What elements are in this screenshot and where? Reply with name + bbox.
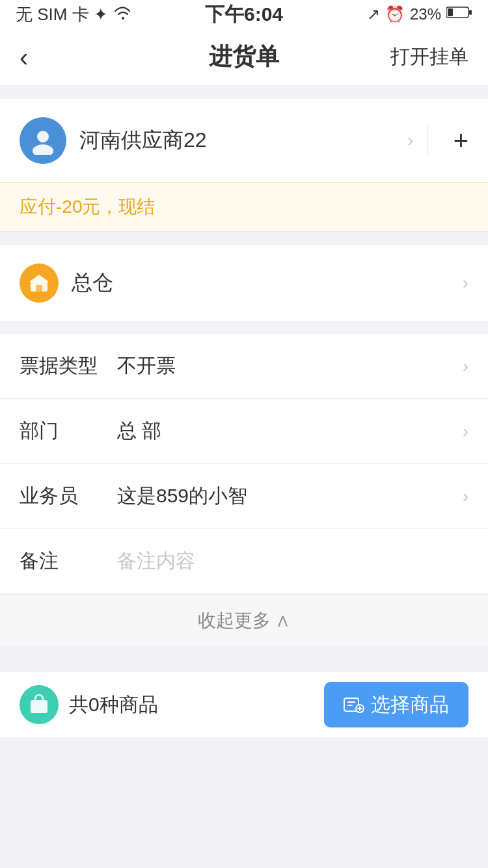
svg-rect-2 — [469, 10, 472, 15]
sim-label: 无 SIM 卡 ✦ — [16, 3, 108, 26]
supplier-avatar — [20, 117, 66, 164]
product-count-text: 共0种商品 — [69, 692, 158, 718]
svg-rect-1 — [448, 8, 453, 16]
status-right: ↗ ⏰ 23% — [367, 5, 472, 23]
remark-row[interactable]: 备注 备注内容 — [0, 529, 488, 594]
page-background — [0, 737, 488, 867]
salesman-value: 这是859的小智 — [117, 483, 463, 509]
select-product-button[interactable]: 选择商品 — [324, 682, 468, 727]
dept-chevron-icon: › — [463, 421, 468, 442]
warehouse-section: 总仓 › — [0, 245, 488, 321]
supplier-row-right: › + — [407, 124, 468, 157]
bottom-section: 共0种商品 选择商品 — [0, 672, 488, 737]
status-left: 无 SIM 卡 ✦ — [16, 3, 133, 26]
open-pending-button[interactable]: 打开挂单 — [390, 44, 468, 70]
battery-icon — [446, 5, 472, 23]
nav-title: 进货单 — [209, 41, 279, 73]
salesman-label: 业务员 — [20, 483, 117, 509]
dept-label: 部门 — [20, 418, 117, 444]
salesman-chevron-icon: › — [463, 486, 468, 507]
nav-bar: ‹ 进货单 打开挂单 — [0, 29, 488, 86]
invoice-label: 票据类型 — [20, 353, 117, 379]
status-time: 下午6:04 — [205, 1, 283, 28]
vertical-divider — [427, 124, 427, 157]
supplier-section: 河南供应商22 › + 应付-20元，现结 — [0, 99, 488, 232]
svg-point-4 — [33, 144, 53, 155]
status-bar: 无 SIM 卡 ✦ 下午6:04 ↗ ⏰ 23% — [0, 0, 488, 29]
section-divider-1 — [0, 86, 488, 99]
section-divider-2 — [0, 232, 488, 245]
dept-row[interactable]: 部门 总 部 › — [0, 399, 488, 464]
svg-rect-7 — [36, 285, 42, 292]
product-count-wrap: 共0种商品 — [20, 685, 158, 724]
notice-bar: 应付-20元，现结 — [0, 182, 488, 232]
remark-label: 备注 — [20, 548, 117, 575]
product-icon — [20, 685, 59, 724]
back-button[interactable]: ‹ — [20, 44, 28, 70]
warehouse-name: 总仓 — [72, 269, 463, 297]
section-divider-3 — [0, 646, 488, 659]
warehouse-chevron-icon: › — [463, 273, 468, 293]
form-section: 票据类型 不开票 › 部门 总 部 › 业务员 这是859的小智 › 备注 备注… — [0, 334, 488, 646]
remark-placeholder: 备注内容 — [117, 548, 468, 575]
svg-marker-6 — [29, 275, 49, 282]
supplier-row[interactable]: 河南供应商22 › + — [0, 99, 488, 182]
location-icon: ↗ — [367, 5, 380, 23]
alarm-icon: ⏰ — [385, 5, 405, 23]
battery-text: 23% — [410, 5, 441, 23]
supplier-name: 河南供应商22 — [79, 126, 407, 155]
supplier-chevron-icon: › — [407, 130, 413, 151]
invoice-value: 不开票 — [117, 353, 463, 379]
dept-value: 总 部 — [117, 418, 463, 444]
svg-rect-8 — [31, 700, 47, 713]
svg-point-3 — [37, 131, 49, 142]
select-product-label: 选择商品 — [371, 692, 449, 718]
salesman-row[interactable]: 业务员 这是859的小智 › — [0, 464, 488, 529]
invoice-type-row[interactable]: 票据类型 不开票 › — [0, 334, 488, 399]
invoice-chevron-icon: › — [463, 356, 468, 377]
warehouse-row[interactable]: 总仓 › — [0, 245, 488, 321]
add-supplier-icon[interactable]: + — [441, 126, 468, 156]
wifi-icon — [113, 5, 133, 25]
collapse-bar[interactable]: 收起更多 ∧ — [0, 594, 488, 646]
warehouse-icon — [20, 264, 59, 303]
